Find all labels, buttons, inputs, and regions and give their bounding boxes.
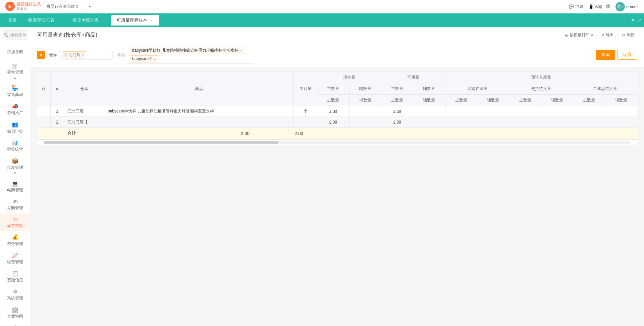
industry-selector[interactable]: 母婴行业演示账套 ▾ xyxy=(44,2,94,11)
logo-text: 畅捷通好生意 xyxy=(17,2,41,6)
sidebar-item-finance[interactable]: 💰 资金管理 xyxy=(0,231,30,249)
retail-stats-icon: 📊 xyxy=(12,139,18,146)
warehouse-tag: 江北门店 × xyxy=(62,51,86,58)
settings-icon: ⚙ xyxy=(42,87,46,91)
system-label: 系统管理 xyxy=(7,295,23,301)
th-stock-aux: 辅数量 xyxy=(349,83,381,95)
app-icon: 📱 xyxy=(589,4,594,9)
filter-expand-button[interactable]: » xyxy=(37,51,45,59)
retail-stats-label: 零售统计 xyxy=(7,146,23,152)
sidebar-item-newbie[interactable]: 🎓 新手引导 xyxy=(0,322,30,326)
horizontal-scrollbar[interactable] xyxy=(44,141,631,144)
sidebar-item-member[interactable]: 👥 会员中心 xyxy=(0,119,30,137)
row1-settings xyxy=(37,106,51,117)
warehouse-more[interactable]: ··· xyxy=(88,52,91,57)
tab-inventory-close[interactable]: × xyxy=(149,18,154,22)
row1-arrival-main xyxy=(509,106,541,117)
refresh-label: 刷新 xyxy=(627,32,635,38)
settings-button[interactable]: 设置 xyxy=(617,50,637,60)
product-tag-1-close[interactable]: × xyxy=(240,49,242,52)
product-input[interactable]: babycare学饮杯 儿童防摔防撞吸管杯重力球吸嘴杯宝宝水杯 × babyca… xyxy=(127,46,254,64)
search-button[interactable]: 🔍 搜索菜单 xyxy=(3,30,27,40)
message-button[interactable]: 💬 消息 xyxy=(569,4,583,9)
tab-home[interactable]: 首页 xyxy=(3,15,22,26)
th-production-sub: 产成品待入量 xyxy=(573,83,637,95)
retail-mall-label: 零售商城 xyxy=(7,92,23,98)
message-label: 消息 xyxy=(575,4,583,9)
th-product: 商品 xyxy=(104,72,294,106)
th-avail-group: 可用量 xyxy=(381,72,445,83)
marketing-label: 营销推广 xyxy=(7,110,23,116)
warehouse-input[interactable]: 江北门店 × ··· xyxy=(59,50,113,60)
tab-order[interactable]: 要货单统计表 × xyxy=(67,15,111,26)
row2-avail-main: 2.00 xyxy=(381,117,413,128)
nav-close-all[interactable]: × xyxy=(631,17,635,24)
warehouse-label: 仓库 xyxy=(49,52,57,58)
product-tag-2-text: babycare？... xyxy=(132,56,156,62)
warehouse-tag-text: 江北门店 xyxy=(64,52,80,58)
th-arrival-aux: 辅数量 xyxy=(541,95,573,106)
sidebar-item-enterprise[interactable]: 🏢 企业协同 xyxy=(0,304,30,322)
sidebar-item-marketing[interactable]: 📣 营销推广 xyxy=(0,100,30,119)
th-index: # xyxy=(51,72,64,106)
th-settings: ⚙ xyxy=(37,72,51,106)
app-download-label: App下载 xyxy=(595,4,610,9)
refresh-button[interactable]: ↻ 刷新 xyxy=(619,31,637,39)
tab-order-close[interactable]: × xyxy=(101,18,105,22)
ecommerce-icon: 💻 xyxy=(12,180,18,187)
industry-label: 母婴行业演示账套 xyxy=(47,4,79,9)
marketing-icon: 📣 xyxy=(12,103,18,109)
row2-avail-aux xyxy=(413,117,445,128)
sidebar-item-purchase[interactable]: 🛍 采购管理 xyxy=(0,196,30,214)
ecommerce-label: 电商管理 xyxy=(7,187,23,193)
tab-income[interactable]: 收发存汇总表 × xyxy=(23,15,66,26)
row2-purchase-aux xyxy=(477,117,509,128)
table-footer: 合计 2.00 2.00 xyxy=(37,128,637,139)
filter-actions: 查询 设置 xyxy=(596,50,637,60)
th-avail-aux: 辅数量 xyxy=(413,83,445,95)
wholesale-label: 批发管理 xyxy=(7,165,23,171)
query-button[interactable]: 查询 xyxy=(596,50,615,60)
nav-tabs: 首页 收发存汇总表 × 要货单统计表 × 可用量库存账本 × × ⤢ xyxy=(0,13,644,27)
logo-icon: 好 xyxy=(5,2,15,11)
tab-income-close[interactable]: × xyxy=(56,18,61,22)
scrollbar-thumb[interactable] xyxy=(44,141,278,144)
print-button[interactable]: 🖨 按模板打印 ▾ xyxy=(561,31,596,39)
print-label: 按模板打印 xyxy=(570,32,590,38)
sidebar-item-operation[interactable]: 📈 经营管理 xyxy=(0,249,30,268)
app-download-button[interactable]: 📱 App下载 xyxy=(589,4,610,9)
th-purchase-main: 主数量 xyxy=(445,95,477,106)
sidebar-item-system[interactable]: ⚙ 系统管理 xyxy=(0,286,30,304)
th-stock-main: 主数量 xyxy=(317,83,349,95)
tab-inventory[interactable]: 可用量库存账本 × xyxy=(111,15,159,26)
row1-purchase-aux xyxy=(477,106,509,117)
sidebar-item-retail-mgmt[interactable]: 🛒 零售管理 ▲ xyxy=(0,60,30,82)
quick-nav-btn[interactable]: 快捷导航 xyxy=(0,44,30,60)
export-label: 导出 xyxy=(606,32,614,38)
sidebar-item-retail-mall[interactable]: 🏪 零售商城 xyxy=(0,82,30,100)
sidebar-item-wholesale[interactable]: 📦 批发管理 ▼ xyxy=(0,155,30,178)
row1-production-main xyxy=(573,106,605,117)
enterprise-label: 企业协同 xyxy=(7,314,23,319)
row1-index: 1 xyxy=(51,106,64,117)
footer-stock-main: 2.00 xyxy=(232,131,259,136)
basic-info-icon: 📋 xyxy=(12,270,18,277)
row1-avail-aux xyxy=(413,106,445,117)
th-production-aux: 辅数量 xyxy=(605,95,637,106)
row2-warehouse: 江北门店【... xyxy=(64,117,104,128)
export-button[interactable]: ↗ 导出 xyxy=(598,31,616,39)
filter-area: » 仓库 江北门店 × ··· 商品 babycare学饮杯 儿童防摔防撞吸管杯… xyxy=(30,42,644,67)
sidebar-item-retail-stats[interactable]: 📊 零售统计 xyxy=(0,137,30,155)
sidebar-item-basic-info[interactable]: 📋 基础信息 xyxy=(0,268,30,286)
sidebar-item-ecommerce[interactable]: 💻 电商管理 xyxy=(0,178,30,196)
top-bar-right: 💬 消息 📱 App下载 Ea demo2 xyxy=(569,2,639,11)
warehouse-tag-close[interactable]: × xyxy=(82,53,84,57)
scrollbar-area xyxy=(37,139,637,145)
system-icon: ⚙ xyxy=(13,288,17,295)
nav-maximize[interactable]: ⤢ xyxy=(637,17,641,23)
user-profile[interactable]: Ea demo2 xyxy=(615,2,639,11)
sidebar-item-inventory[interactable]: 🗃 库存核算 xyxy=(0,214,30,231)
row1-stock-aux xyxy=(349,106,381,117)
member-label: 会员中心 xyxy=(7,128,23,134)
page-actions: 🖨 按模板打印 ▾ ↗ 导出 ↻ 刷新 xyxy=(561,31,637,39)
